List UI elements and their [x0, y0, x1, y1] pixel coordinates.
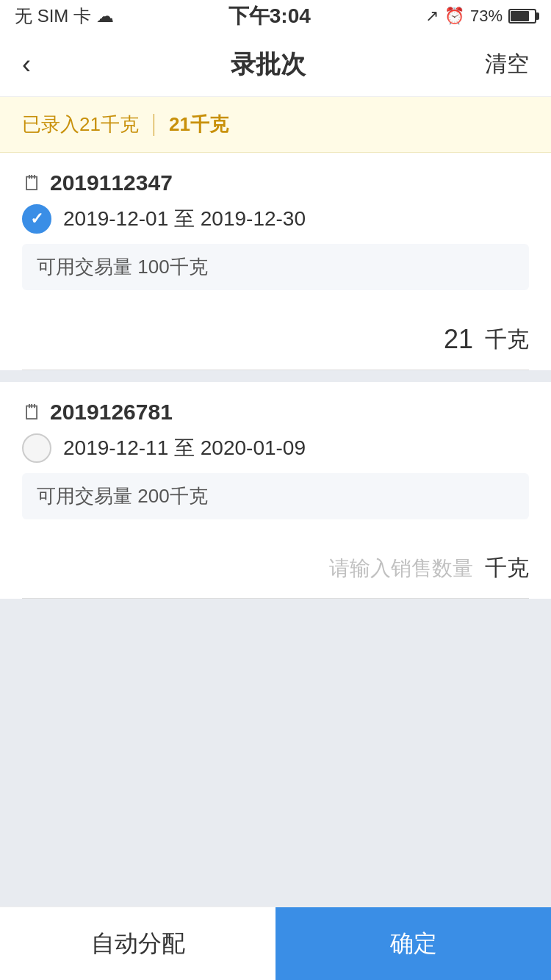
sim-text: 无 SIM 卡 ☁	[15, 4, 114, 28]
empty-area	[0, 599, 551, 915]
qty-placeholder-2: 请输入销售数量	[329, 555, 473, 583]
qty-unit-1: 千克	[485, 325, 529, 355]
clear-button[interactable]: 清空	[470, 49, 529, 79]
status-right: ↗ ⏰ 73%	[425, 7, 536, 26]
summary-amount: 21千克	[169, 112, 228, 137]
back-button[interactable]: ‹	[22, 49, 66, 80]
alarm-icon: ⏰	[444, 7, 464, 26]
status-time: 下午3:04	[228, 2, 311, 30]
batch-avail-text-2: 可用交易量 200千克	[37, 485, 208, 507]
location-icon: ↗	[425, 7, 439, 26]
batch-date-row-2: 2019-12-11 至 2020-01-09	[22, 433, 529, 463]
radio-checked-1[interactable]	[22, 204, 51, 234]
page-title: 录批次	[231, 48, 306, 82]
batch-avail-text-1: 可用交易量 100千克	[37, 256, 208, 278]
section-divider	[0, 370, 551, 382]
batch-section-2: 🗒 2019126781 2019-12-11 至 2020-01-09 可用交…	[0, 382, 551, 599]
confirm-button[interactable]: 确定	[276, 907, 551, 980]
summary-divider	[154, 114, 154, 136]
summary-label: 已录入21千克	[22, 112, 139, 137]
batch-date-1: 2019-12-01 至 2019-12-30	[63, 205, 306, 233]
batch-avail-box-2: 可用交易量 200千克	[22, 473, 529, 519]
battery-icon	[508, 9, 536, 24]
qty-value-1: 21	[444, 324, 473, 355]
status-left: 无 SIM 卡 ☁	[15, 4, 114, 28]
batch-section-1: 🗒 2019112347 2019-12-01 至 2019-12-30 可用交…	[0, 153, 551, 370]
doc-icon-1: 🗒	[22, 171, 43, 195]
qty-unit-2: 千克	[485, 553, 529, 583]
nav-bar: ‹ 录批次 清空	[0, 32, 551, 97]
battery-percent: 73%	[470, 7, 503, 26]
bottom-bar: 自动分配 确定	[0, 907, 551, 980]
batch-header-1: 🗒 2019112347	[22, 170, 529, 195]
batch-item-1[interactable]: 🗒 2019112347 2019-12-01 至 2019-12-30 可用交…	[0, 153, 551, 312]
batch-date-row-1: 2019-12-01 至 2019-12-30	[22, 204, 529, 234]
auto-distribute-button[interactable]: 自动分配	[0, 907, 276, 980]
doc-icon-2: 🗒	[22, 400, 43, 425]
input-row-2: 请输入销售数量 千克	[0, 541, 551, 598]
batch-avail-box-1: 可用交易量 100千克	[22, 244, 529, 290]
status-bar: 无 SIM 卡 ☁ 下午3:04 ↗ ⏰ 73%	[0, 0, 551, 32]
batch-date-2: 2019-12-11 至 2020-01-09	[63, 434, 306, 462]
batch-id-2: 2019126781	[50, 400, 173, 425]
input-row-1: 21 千克	[0, 312, 551, 370]
batch-header-2: 🗒 2019126781	[22, 400, 529, 425]
batch-id-1: 2019112347	[50, 170, 173, 195]
summary-bar: 已录入21千克 21千克	[0, 97, 551, 153]
radio-unchecked-2[interactable]	[22, 433, 51, 463]
batch-item-2[interactable]: 🗒 2019126781 2019-12-11 至 2020-01-09 可用交…	[0, 382, 551, 541]
